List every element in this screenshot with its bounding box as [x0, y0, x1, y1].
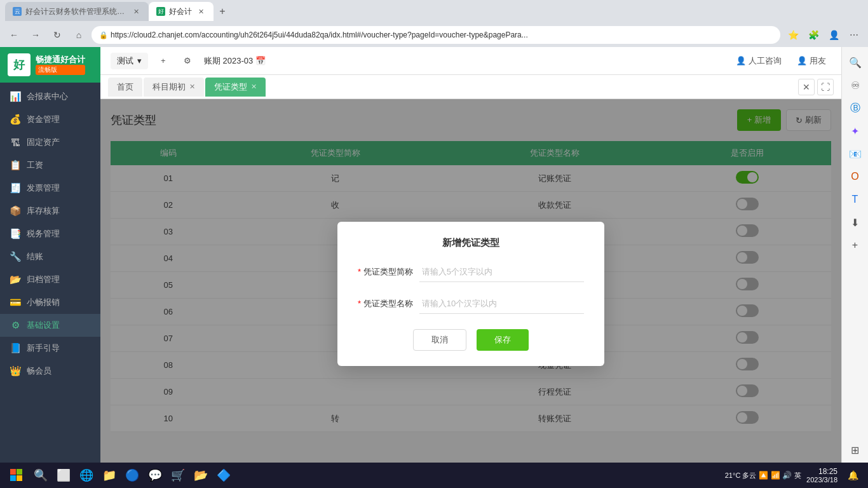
refresh-button[interactable]: ↻ [48, 26, 66, 44]
save-button[interactable]: 保存 [477, 329, 529, 351]
sidebar-item-expense[interactable]: 💳 小畅报销 [0, 291, 100, 314]
header-actions: 👤 人工咨询 👤 用友 [731, 53, 831, 69]
tab-home-label: 首页 [117, 81, 133, 93]
bing-icon[interactable]: Ⓑ [845, 98, 865, 118]
more-icon[interactable]: ⋯ [845, 26, 863, 44]
tab1-close-icon[interactable]: ✕ [131, 6, 141, 17]
help-button[interactable]: 👤 人工咨询 [731, 53, 787, 69]
sidebar-item-settings[interactable]: ⚙ 基础设置 [0, 314, 100, 337]
svg-rect-2 [10, 475, 16, 481]
browser-right-sidebar: 🔍 ♾ Ⓑ ✦ 📧 O T ⬇ + ⊞ ⚙ [841, 47, 868, 488]
sidebar-item-label: 新手引导 [27, 342, 60, 354]
favorites-icon[interactable]: ⭐ [784, 26, 802, 44]
plus-icon[interactable]: + [845, 235, 865, 255]
tab-home[interactable]: 首页 [108, 78, 142, 97]
sidebar-item-invoice[interactable]: 🧾 发票管理 [0, 177, 100, 200]
company-selector[interactable]: 测试 ▾ [111, 53, 148, 69]
tray-icons: 🔼 📶 🔊 [759, 471, 792, 480]
new-tab-button[interactable]: + [214, 3, 231, 20]
modal-dialog: 新增凭证类型 凭证类型简称 凭证类型名称 取消 保存 [337, 222, 604, 366]
cancel-button[interactable]: 取消 [413, 329, 466, 351]
sidebar-item-capital[interactable]: 💰 资金管理 [0, 108, 100, 131]
calendar-icon: 📅 [255, 56, 266, 65]
sidebar-item-label: 结账 [27, 251, 43, 262]
sidebar-item-member[interactable]: 👑 畅会员 [0, 360, 100, 383]
sidebar-item-settlement[interactable]: 🔧 结账 [0, 245, 100, 268]
taskbar-store-icon[interactable]: 🛒 [168, 465, 188, 485]
outlook-icon[interactable]: 📧 [845, 144, 865, 164]
help-icon: 👤 [736, 56, 746, 65]
fullscreen-button[interactable]: ⛶ [817, 79, 834, 95]
tab2-close-icon[interactable]: ✕ [196, 6, 206, 17]
sidebar-item-tax[interactable]: 📑 税务管理 [0, 222, 100, 245]
form-row-name: 凭证类型名称 [358, 294, 584, 314]
tab-subject-close-icon[interactable]: ✕ [189, 83, 195, 91]
profile-icon[interactable]: 👤 [825, 26, 843, 44]
modal-actions: 取消 保存 [358, 329, 584, 351]
tab1-favicon: 云 [13, 7, 22, 16]
user-button[interactable]: 👤 用友 [792, 53, 831, 69]
home-button[interactable]: ⌂ [70, 26, 88, 44]
taskbar-folder-icon[interactable]: 📂 [191, 465, 211, 485]
dashboard-icon: 📊 [9, 91, 22, 102]
sidebar-item-label: 基础设置 [27, 320, 60, 331]
settings-button[interactable]: ⚙ [179, 53, 196, 68]
taskbar-task-view-icon[interactable]: ⬜ [53, 465, 74, 485]
tab2-label: 好会计 [169, 6, 192, 17]
weather-text: 21°C 多云 [725, 471, 757, 480]
forward-button[interactable]: → [27, 26, 44, 44]
taskbar-wechat-icon[interactable]: 💬 [145, 465, 165, 485]
translate-icon[interactable]: T [845, 189, 865, 210]
copilot-icon[interactable]: ✦ [845, 121, 865, 141]
browser-tab-2[interactable]: 好 好会计 ✕ [149, 2, 214, 21]
sidebar-item-inventory[interactable]: 📦 库存核算 [0, 200, 100, 222]
office-icon[interactable]: O [845, 166, 865, 187]
logo-icon: 好 [8, 53, 31, 76]
lang-text: 英 [794, 471, 801, 480]
start-button[interactable] [5, 465, 28, 485]
page-tabs: 首页 科目期初 ✕ 凭证类型 ✕ ✕ ⛶ [100, 75, 841, 99]
form-short-input[interactable] [419, 262, 584, 282]
sidebar-item-guide[interactable]: 📘 新手引导 [0, 337, 100, 360]
tab-subject-label: 科目期初 [153, 81, 186, 93]
search-sidebar-icon[interactable]: 🔍 [845, 52, 865, 72]
grid-icon[interactable]: ⊞ [845, 440, 865, 460]
security-lock-icon: 🔒 [99, 31, 108, 39]
sidebar-item-archive[interactable]: 📂 归档管理 [0, 268, 100, 291]
download-icon[interactable]: ⬇ [845, 212, 865, 233]
taskbar-chrome-icon[interactable]: 🔵 [122, 465, 142, 485]
sidebar-item-label: 工资 [27, 159, 43, 171]
sidebar-item-dashboard[interactable]: 📊 会报表中心 [0, 85, 100, 108]
left-sidebar: 好 畅捷通好合计 流畅版 📊 会报表中心 💰 资金管理 🏗 固定资产 📋 工资 [0, 47, 100, 488]
address-bar[interactable]: 🔒 https://cloud2.chanjet.com/accounting/… [92, 26, 780, 44]
browser-tab-1[interactable]: 云 好会计云财务软件管理系统_会计 ✕ [5, 2, 149, 21]
add-company-button[interactable]: + [156, 53, 171, 68]
collections-icon[interactable]: ♾ [845, 75, 865, 95]
form-name-input[interactable] [419, 294, 584, 314]
tab2-favicon: 好 [156, 7, 165, 16]
tab-voucher-type[interactable]: 凭证类型 ✕ [205, 78, 266, 97]
extensions-icon[interactable]: 🧩 [804, 26, 822, 44]
sidebar-item-label: 归档管理 [27, 274, 60, 285]
user-icon: 👤 [797, 56, 807, 65]
svg-rect-0 [10, 469, 16, 475]
notification-icon[interactable]: 🔔 [843, 465, 863, 485]
tab-subject[interactable]: 科目期初 ✕ [144, 78, 204, 97]
sidebar-item-salary[interactable]: 📋 工资 [0, 154, 100, 177]
tab-voucher-close-icon[interactable]: ✕ [251, 83, 257, 91]
sidebar-item-assets[interactable]: 🏗 固定资产 [0, 131, 100, 154]
system-tray: 21°C 多云 🔼 📶 🔊 英 [725, 471, 801, 480]
sidebar-item-label: 发票管理 [27, 182, 60, 194]
taskbar-edge-icon[interactable]: 🌐 [76, 465, 97, 485]
settings-icon: ⚙ [9, 320, 22, 331]
clock-date: 2023/3/18 [806, 476, 837, 484]
taskbar-edge2-icon[interactable]: 🔷 [214, 465, 234, 485]
taskbar-search-icon[interactable]: 🔍 [31, 465, 51, 485]
taskbar-explorer-icon[interactable]: 📁 [99, 465, 119, 485]
tab1-label: 好会计云财务软件管理系统_会计 [25, 6, 127, 17]
back-button[interactable]: ← [5, 26, 23, 44]
modal-title: 新增凭证类型 [358, 237, 584, 249]
member-icon: 👑 [9, 365, 22, 377]
minimize-button[interactable]: ✕ [798, 79, 815, 95]
sidebar-item-label: 畅会员 [27, 365, 51, 377]
